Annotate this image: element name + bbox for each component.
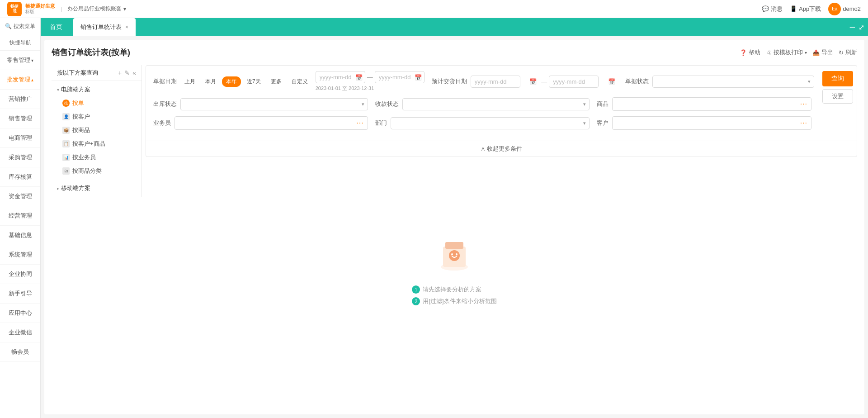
scheme-group-mobile-header[interactable]: ▸ 移动端方案 [52,181,142,195]
query-button[interactable]: 查询 [822,71,853,86]
sidebar-item-marketing-label: 营销推广 [9,95,32,102]
sidebar-item-system[interactable]: 系统管理 [0,245,40,265]
status-select[interactable] [652,76,814,88]
sidebar-item-retail-label: 零售管理 [7,56,30,64]
sidebar-item-ecom[interactable]: 电商管理 [0,128,40,148]
message-button[interactable]: 💬 消息 [762,5,783,13]
sidebar-item-inventory[interactable]: 库存核算 [0,167,40,187]
sidebar-item-newuser-label: 新手引导 [9,290,32,297]
hint-num-2: 2 [412,297,420,305]
sidebar-item-marketing[interactable]: 营销推广 [0,90,40,109]
action-buttons: 查询 设置 [819,66,857,109]
tab-maximize-button[interactable]: ⤢ [859,23,864,32]
user-profile[interactable]: Ea demo2 [828,3,861,15]
scheme-item-icon: 🗂 [62,167,70,175]
scheme-item-by-salesperson[interactable]: 📊 按业务员 [52,151,142,164]
empty-state: 1 请先选择要分析的方案 2 用[过滤]条件来缩小分析范围 [52,197,857,345]
message-icon: 💬 [762,5,769,12]
tab-minimize-button[interactable]: ─ [850,23,855,31]
product-select-field[interactable]: ··· [612,97,811,111]
filter-row-2: 出库状态 收款状态 [153,97,811,111]
sidebar-item-sales[interactable]: 销售管理 [0,109,40,128]
date-btn-last7days[interactable]: 近7天 [243,76,265,87]
sidebar-item-wholesale[interactable]: 批发管理 ▴ [0,70,40,90]
sidebar-item-purchase[interactable]: 采购管理 [0,148,40,167]
sidebar-item-operations[interactable]: 经营管理 [0,206,40,226]
chevron-down-icon: ▾ [805,50,807,55]
collapse-scheme-button[interactable]: « [132,69,136,76]
scheme-item-by-customer[interactable]: 👤 按客户 [52,110,142,124]
app-title-dropdown[interactable]: 办公用品行业模拟账套 ▾ [67,5,126,13]
tab-home[interactable]: 首页 [41,18,71,36]
filter-status: 单据状态 ▾ [625,76,811,88]
filter-receipt-status: 收款状态 [375,98,590,110]
date-btn-custom[interactable]: 自定义 [288,76,312,87]
sidebar-quick-nav[interactable]: 快捷导航 [0,35,40,51]
sidebar-item-basic[interactable]: 基础信息 [0,226,40,245]
tab-bar-actions: ─ ⤢ [850,23,868,32]
scheme-item-icon: 📋 [62,140,70,147]
scheme-item-by-cust-prod[interactable]: 📋 按客户+商品 [52,137,142,151]
sidebar: 🔍 搜索菜单 快捷导航 零售管理 ▾ 批发管理 ▴ 营销推广 销售管理 电商管理… [0,18,41,418]
end-date-input[interactable] [375,71,425,83]
sidebar-item-apps-label: 应用中心 [9,309,32,316]
sidebar-item-wechat[interactable]: 企业微信 [0,323,40,342]
filter-date: 单据日期 上月 本月 本年 近7天 更多 自定义 [153,71,425,92]
expected-delivery-range: 📅 — 📅 [471,76,618,88]
sidebar-item-operations-label: 经营管理 [9,212,32,219]
settings-button[interactable]: 设置 [822,89,853,104]
page-content: 销售订单统计表(按单) ❓ 帮助 🖨 按模板打印 ▾ 📤 [41,36,868,418]
customer-select-field[interactable]: ··· [612,116,811,130]
scheme-item-by-order[interactable]: 按 按单 [52,96,142,110]
scheme-header-actions: + ✎ « [118,69,136,76]
sidebar-item-enterprise[interactable]: 企业协同 [0,265,40,284]
add-scheme-button[interactable]: + [118,69,122,76]
sidebar-item-retail[interactable]: 零售管理 ▾ [0,51,40,70]
edit-scheme-button[interactable]: ✎ [124,69,130,76]
sidebar-item-inventory-label: 库存核算 [9,173,32,180]
filter-fields: 单据日期 上月 本月 本年 近7天 更多 自定义 [146,66,819,141]
page-actions: ❓ 帮助 🖨 按模板打印 ▾ 📤 导出 ↻ [740,48,857,57]
more-options-icon: ··· [800,119,807,127]
expected-end-input[interactable] [549,76,599,88]
department-select[interactable] [391,117,590,129]
start-date-input[interactable] [316,71,365,83]
collapse-bar[interactable]: ∧ 收起更多条件 [146,141,857,157]
chevron-up-icon: ▴ [31,77,33,82]
refresh-button[interactable]: ↻ 刷新 [839,48,857,57]
tab-close-button[interactable]: × [125,24,128,30]
sidebar-item-newuser[interactable]: 新手引导 [0,284,40,304]
date-btn-more[interactable]: 更多 [267,76,286,87]
date-btn-this-month[interactable]: 本月 [201,76,220,87]
scheme-item-by-category[interactable]: 🗂 按商品分类 [52,164,142,178]
delivery-status-select[interactable] [180,98,368,110]
sidebar-item-wholesale-label: 批发管理 [7,76,30,84]
app-download-button[interactable]: 📱 App下载 [790,5,821,13]
page-header: 销售订单统计表(按单) ❓ 帮助 🖨 按模板打印 ▾ 📤 [52,47,857,58]
date-btn-this-year[interactable]: 本年 [222,76,241,87]
filter-department: 部门 [375,117,590,129]
receipt-status-select[interactable] [402,98,590,110]
date-btn-last-month[interactable]: 上月 [180,76,199,87]
scheme-group-desktop-header[interactable]: ▾ 电脑端方案 [52,83,142,96]
sidebar-item-finance[interactable]: 资金管理 [0,187,40,206]
sidebar-item-apps[interactable]: 应用中心 [0,304,40,323]
delivery-status-label: 出库状态 [153,100,177,108]
help-button[interactable]: ❓ 帮助 [740,48,760,57]
sidebar-item-member[interactable]: 畅会员 [0,342,40,362]
scheme-item-icon: 👤 [62,113,70,120]
sidebar-search[interactable]: 🔍 搜索菜单 [0,18,40,35]
tab-bar: 首页 销售订单统计表 × ─ ⤢ [41,18,868,36]
date-range-display: 2023-01-01 至 2023-12-31 [316,85,425,92]
tab-sales-order-stats[interactable]: 销售订单统计表 × [73,18,136,36]
scheme-item-by-product[interactable]: 📦 按商品 [52,124,142,137]
template-print-button[interactable]: 🖨 按模板打印 ▾ [766,48,807,57]
scheme-item-label: 按客户+商品 [72,140,105,148]
salesperson-select-field[interactable]: ··· [175,116,368,130]
sidebar-item-wechat-label: 企业微信 [9,329,32,336]
scheme-panel: 按以下方案查询 + ✎ « ▾ 电脑端方案 [52,65,142,197]
sidebar-item-system-label: 系统管理 [9,251,32,258]
chevron-down-icon: ▾ [31,58,33,63]
expected-start-input[interactable] [471,76,520,88]
export-button[interactable]: 📤 导出 [812,48,833,57]
